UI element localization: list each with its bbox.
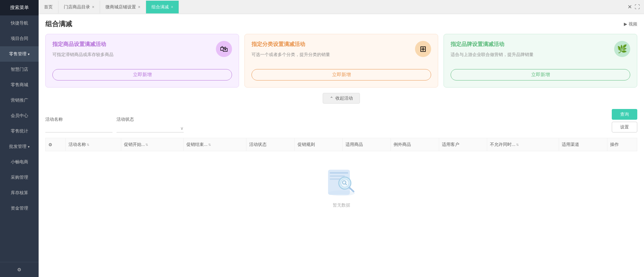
collapse-activities-btn[interactable]: ⌃ 收起活动 <box>323 93 360 104</box>
card-icon: 🛍 <box>216 41 232 57</box>
tab-bar: 首页门店商品目录×微商城店铺设置×组合满减× ✕ ⛶ <box>39 0 644 14</box>
sidebar-search[interactable]: 搜索菜单 <box>0 0 39 15</box>
tab-close-icon[interactable]: × <box>171 5 173 9</box>
sidebar-item-label: 小畅电商 <box>11 159 28 165</box>
sort-icon: ⇅ <box>145 143 148 147</box>
tab-bar-actions: ✕ ⛶ <box>624 4 644 10</box>
data-table: ⚙活动名称⇅促销开始...⇅促销结束...⇅活动状态促销规则适用商品例外商品适用… <box>45 138 637 151</box>
tab-label: 组合满减 <box>151 4 169 10</box>
col-exception-goods: 例外商品 <box>391 138 439 151</box>
card-title: 指定商品设置满减活动 <box>52 41 232 48</box>
page-title: 组合满减 <box>45 19 72 29</box>
sidebar-item-label: 营销推广 <box>11 97 28 103</box>
sort-icon: ⇅ <box>208 143 211 147</box>
card-add-btn[interactable]: 立即新增 <box>451 69 630 80</box>
sort-icon: ⇅ <box>516 143 519 147</box>
card-add-btn[interactable]: 立即新增 <box>52 69 232 80</box>
activity-name-field: 活动名称 <box>45 116 112 132</box>
sidebar-item-label: 智慧门店 <box>11 66 28 72</box>
video-link[interactable]: ▶ 视频 <box>624 21 637 27</box>
tab-close-icon[interactable]: × <box>138 5 140 9</box>
col-promo-rule: 促销规则 <box>294 138 342 151</box>
empty-illustration <box>321 165 362 198</box>
col-operation: 操作 <box>607 138 637 151</box>
sidebar-item-funds-mgmt[interactable]: 资金管理 <box>0 201 39 216</box>
tab-wechat-store[interactable]: 微商城店铺设置× <box>100 1 146 13</box>
chevron-down-icon: ∨ <box>180 126 184 131</box>
activity-card-brand-discount: 指定品牌设置满减活动 🌿 适合与上游企业联合做营销，提升品牌销量 立即新增 <box>444 34 637 88</box>
query-btn[interactable]: 查询 <box>612 109 637 120</box>
col-applicable-channel: 适用渠道 <box>559 138 607 151</box>
collapse-bar: ⌃ 收起活动 <box>45 93 637 104</box>
col-promo-end[interactable]: 促销结束...⇅ <box>184 138 246 151</box>
svg-rect-3 <box>330 175 345 177</box>
empty-text: 暂无数据 <box>333 202 350 208</box>
card-desc: 可选一个或者多个分类，提升分类的销量 <box>251 51 431 64</box>
tab-home[interactable]: 首页 <box>39 1 58 13</box>
sidebar-item-label: 快捷导航 <box>11 20 28 26</box>
search-buttons: 查询 设置 <box>612 109 637 132</box>
sidebar-item-quick-nav[interactable]: 快捷导航 <box>0 15 39 31</box>
collapse-btn-label: 收起活动 <box>335 95 353 101</box>
sort-icon: ⇅ <box>87 143 89 147</box>
card-icon: 🌿 <box>614 41 630 57</box>
tab-combo-discount[interactable]: 组合满减× <box>146 1 179 13</box>
close-window-btn[interactable]: ✕ <box>628 4 632 10</box>
sidebar-item-label: 项目合同 <box>11 36 28 42</box>
activity-card-category-discount: 指定分类设置满减活动 ⊞ 可选一个或者多个分类，提升分类的销量 立即新增 <box>244 34 438 88</box>
page-content: 组合满减 ▶ 视频 指定商品设置满减活动 🛍 可指定滞销商品或库存较多商品 立即… <box>39 14 644 277</box>
chevron-down-icon: ▾ <box>28 145 30 149</box>
sidebar-item-label: 资金管理 <box>11 205 28 211</box>
activity-name-input[interactable] <box>45 124 112 132</box>
activity-cards: 指定商品设置满减活动 🛍 可指定滞销商品或库存较多商品 立即新增 指定分类设置满… <box>45 34 637 88</box>
col-promo-start[interactable]: 促销开始...⇅ <box>121 138 184 151</box>
card-title: 指定分类设置满减活动 <box>251 41 431 48</box>
sidebar-item-label: 采购管理 <box>11 174 28 180</box>
col-applicable-customer: 适用客户 <box>439 138 487 151</box>
card-icon: ⊞ <box>415 41 431 57</box>
sidebar-item-retail-mall[interactable]: 零售商城 <box>0 77 39 93</box>
page-header: 组合满减 ▶ 视频 <box>45 19 637 29</box>
sidebar-item-label: 库存核算 <box>11 190 28 196</box>
chevron-up-icon: ⌃ <box>330 96 333 101</box>
play-icon: ▶ <box>624 21 627 26</box>
tab-label: 门店商品目录 <box>64 4 90 10</box>
search-bar: 活动名称 活动状态 ∨ 查询 设置 <box>45 109 637 132</box>
sidebar-item-wholesale-mgmt[interactable]: 批发管理▾ <box>0 139 39 154</box>
activity-status-label: 活动状态 <box>117 116 184 122</box>
activity-name-label: 活动名称 <box>45 116 112 122</box>
sidebar-settings-btn[interactable]: ⚙ <box>0 262 39 277</box>
card-desc: 适合与上游企业联合做营销，提升品牌销量 <box>451 51 630 64</box>
sidebar-item-retail-management[interactable]: 零售管理▾ <box>0 46 39 62</box>
empty-state: 暂无数据 <box>45 151 637 215</box>
sidebar-item-marketing[interactable]: 营销推广 <box>0 93 39 108</box>
card-add-btn[interactable]: 立即新增 <box>251 69 431 80</box>
col-activity-name[interactable]: 活动名称⇅ <box>66 138 121 151</box>
expand-window-btn[interactable]: ⛶ <box>635 4 640 10</box>
sidebar-item-xiaochang-ec[interactable]: 小畅电商 <box>0 154 39 170</box>
tab-store-catalog[interactable]: 门店商品目录× <box>58 1 100 13</box>
sidebar-item-project-contract[interactable]: 项目合同 <box>0 31 39 46</box>
sidebar-item-label: 零售商城 <box>11 82 28 88</box>
tab-label: 首页 <box>44 4 53 10</box>
video-label: 视频 <box>629 21 637 27</box>
tab-label: 微商城店铺设置 <box>105 4 136 10</box>
sidebar-item-smart-store[interactable]: 智慧门店 <box>0 62 39 77</box>
sidebar-item-member-center[interactable]: 会员中心 <box>0 108 39 123</box>
tab-close-icon[interactable]: × <box>92 5 94 9</box>
col-settings: ⚙ <box>46 138 66 151</box>
sidebar-search-label: 搜索菜单 <box>10 5 29 10</box>
activity-card-product-discount: 指定商品设置满减活动 🛍 可指定滞销商品或库存较多商品 立即新增 <box>45 34 239 88</box>
card-title: 指定品牌设置满减活动 <box>451 41 630 48</box>
sidebar-item-purchase-mgmt[interactable]: 采购管理 <box>0 170 39 185</box>
col-not-allow-concurrent[interactable]: 不允许同时...⇅ <box>487 138 559 151</box>
sidebar-item-label: 批发管理 <box>9 144 27 150</box>
activity-status-field: 活动状态 ∨ <box>117 116 184 132</box>
chevron-down-icon: ▾ <box>28 52 30 56</box>
sidebar-item-inventory[interactable]: 库存核算 <box>0 185 39 201</box>
sidebar-item-label: 会员中心 <box>11 113 28 119</box>
sidebar-item-retail-stats[interactable]: 零售统计 <box>0 123 39 139</box>
activity-status-select[interactable]: ∨ <box>117 124 184 132</box>
sidebar-item-label: 零售统计 <box>11 128 28 134</box>
settings-btn[interactable]: 设置 <box>612 122 637 132</box>
